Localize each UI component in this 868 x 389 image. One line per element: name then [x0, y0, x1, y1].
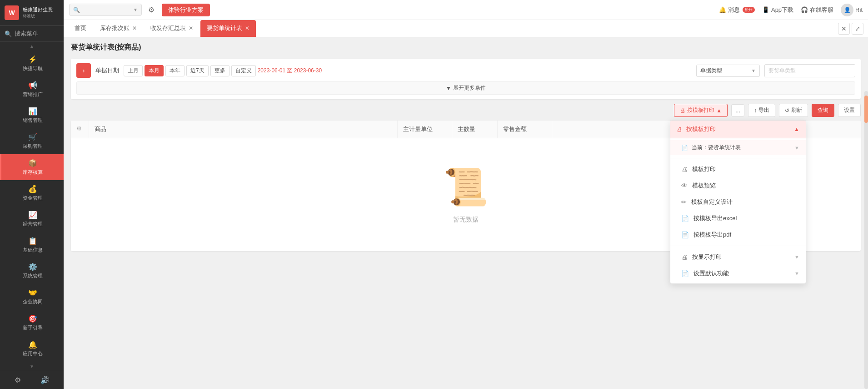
industry-solution-button[interactable]: 体验行业方案: [162, 4, 210, 16]
sidebar-bottom: ⚙ 🔊: [0, 371, 64, 389]
topbar-right: 🔔 消息 99+ 📱 App下载 🎧 在线客服 👤 Rit: [719, 4, 863, 16]
sidebar-item-inventory[interactable]: 📦 库存核算: [0, 154, 64, 180]
date-btn-this-year[interactable]: 本年: [165, 65, 185, 76]
column-settings-icon[interactable]: ⚙: [76, 125, 82, 132]
main-area: 🔍 ▼ ⚙ 体验行业方案 🔔 消息 99+ 📱 App下载 🎧 在线客服 👤: [64, 0, 868, 389]
inventory-icon: 📦: [28, 159, 37, 167]
purchase-icon: 🛒: [28, 133, 37, 141]
tab-batch-inventory-close[interactable]: ✕: [132, 25, 137, 31]
sidebar-scroll-down[interactable]: ▼: [0, 362, 64, 371]
app-logo: W 畅康通好生意 标准版: [0, 0, 64, 26]
sidebar-search[interactable]: 🔍 搜索菜单: [0, 26, 64, 42]
export-button[interactable]: ↑ 导出: [748, 104, 775, 117]
sidebar-item-operations[interactable]: 📈 经营管理: [0, 206, 64, 232]
sidebar-item-purchase[interactable]: 🛒 采购管理: [0, 128, 64, 154]
sidebar-nav: ⚡ 快捷导航 📢 营销推广 📊 销售管理 🛒 采购管理 📦 库存核算 💰 资金管…: [0, 51, 64, 362]
expand-tab-button[interactable]: ⤢: [852, 23, 863, 35]
date-btn-more[interactable]: 更多: [210, 65, 229, 76]
dropdown-item-display-print[interactable]: 🖨 按显示打印 ▼: [670, 249, 806, 265]
dropdown-divider-1: [670, 158, 806, 158]
scroll-up-arrow[interactable]: ▲: [30, 44, 34, 49]
sidebar-item-system[interactable]: ⚙️ 系统管理: [0, 258, 64, 284]
topbar-gear-icon[interactable]: ⚙: [148, 5, 155, 14]
dropdown-item-template-print[interactable]: 🖨 模板打印: [670, 161, 806, 177]
date-buttons: 上月 本月 本年 近7天 更多 自定义 2023-06-01 至 2023-06…: [124, 65, 322, 76]
sidebar-item-guide[interactable]: 🎯 新手引导: [0, 310, 64, 336]
expand-conditions-label: 展开更多条件: [453, 84, 486, 92]
filter-expand-button[interactable]: ›: [76, 63, 91, 78]
display-print-label: 按显示打印: [692, 253, 722, 261]
tabs-right-actions: ✕ ⤢: [838, 20, 863, 37]
speaker-bottom-icon[interactable]: 🔊: [40, 376, 50, 384]
th-unit-label: 主计量单位: [403, 126, 433, 132]
sidebar-item-enterprise[interactable]: 🤝 企业协同: [0, 284, 64, 310]
th-product: 商品: [89, 121, 398, 138]
export-pdf-icon: 📄: [681, 231, 689, 238]
content-area: 要货单统计表(按商品) › 单据日期 上月 本月 本年 近7天 更多 自定义 2…: [64, 37, 868, 389]
tab-collect-summary-close[interactable]: ✕: [189, 25, 193, 31]
expand-conditions-button[interactable]: ▼ 展开更多条件: [76, 81, 855, 95]
headset-icon: 🎧: [801, 6, 808, 13]
nav-label-purchase: 采购管理: [23, 143, 43, 150]
tab-collect-summary[interactable]: 收发存汇总表 ✕: [144, 20, 200, 37]
sidebar-item-basic-info[interactable]: 📋 基础信息: [0, 232, 64, 258]
dropdown-section-items: 🖨 模板打印 👁 模板预览 ✏ 模板自定义设计 📄 按模板导出excel: [670, 159, 806, 245]
tab-batch-inventory[interactable]: 库存批次账 ✕: [94, 20, 143, 37]
sidebar-scroll-up[interactable]: ▲: [0, 42, 64, 51]
dropdown-current-item[interactable]: 📄 当前：要货单统计表 ▼: [670, 140, 806, 155]
dots-icon: ...: [735, 107, 740, 114]
scroll-down-arrow[interactable]: ▼: [30, 364, 34, 369]
customer-service-item[interactable]: 🎧 在线客服: [801, 6, 833, 14]
settings-label: 设置: [844, 106, 855, 114]
tab-home[interactable]: 首页: [68, 20, 93, 37]
date-btn-custom[interactable]: 自定义: [231, 65, 256, 76]
tab-batch-inventory-label: 库存批次账: [100, 24, 130, 32]
th-settings[interactable]: ⚙: [71, 121, 89, 138]
scrollbar-thumb[interactable]: [864, 96, 868, 123]
app-download-item[interactable]: 📱 App下载: [762, 6, 793, 14]
system-icon: ⚙️: [28, 263, 37, 271]
settings-button[interactable]: 设置: [838, 104, 861, 117]
sidebar-item-app-center[interactable]: 🔔 应用中心: [0, 336, 64, 362]
date-btn-7days[interactable]: 近7天: [186, 65, 209, 76]
dropdown-item-template-design[interactable]: ✏ 模板自定义设计: [670, 194, 806, 210]
date-range-text: 2023-06-01 至 2023-06-30: [258, 67, 322, 75]
print-dropdown-header[interactable]: 🖨 按模板打印 ▲: [670, 121, 806, 138]
dropdown-item-template-preview[interactable]: 👁 模板预览: [670, 177, 806, 194]
app-badge: 标准版: [23, 13, 53, 19]
dropdown-item-export-excel[interactable]: 📄 按模板导出excel: [670, 210, 806, 227]
date-btn-this-month[interactable]: 本月: [145, 65, 164, 76]
export-excel-icon: 📄: [681, 215, 689, 222]
nav-label-system: 系统管理: [23, 273, 43, 279]
order-type-input[interactable]: 要货单类型: [764, 64, 855, 77]
refresh-button[interactable]: ↺ 刷新: [779, 104, 808, 117]
sidebar-item-finance[interactable]: 💰 资金管理: [0, 180, 64, 206]
print-template-button[interactable]: 🖨 按模板打印 ▲: [674, 104, 728, 117]
nav-label-quick-nav: 快捷导航: [23, 65, 43, 72]
tab-order-stats[interactable]: 要货单统计表 ✕: [200, 20, 256, 37]
more-options-button[interactable]: ...: [731, 104, 744, 116]
topbar-search-arrow[interactable]: ▼: [133, 7, 138, 12]
set-default-label: 设置默认功能: [693, 269, 729, 278]
nav-label-sales: 销售管理: [23, 117, 43, 124]
user-profile-item[interactable]: 👤 Rit: [841, 4, 863, 16]
close-tab-button[interactable]: ✕: [838, 23, 850, 35]
dropdown-item-set-default[interactable]: 📄 设置默认功能 ▼: [670, 265, 806, 282]
refresh-icon: ↺: [785, 107, 789, 114]
order-type-select[interactable]: 单据类型 ▼: [696, 65, 760, 77]
notifications-item[interactable]: 🔔 消息 99+: [719, 6, 755, 14]
tab-order-stats-close[interactable]: ✕: [245, 25, 249, 31]
right-scrollbar[interactable]: [864, 91, 868, 389]
topbar-search[interactable]: 🔍 ▼: [69, 4, 142, 16]
date-btn-last-month[interactable]: 上月: [124, 65, 143, 76]
sidebar-item-quick-nav[interactable]: ⚡ 快捷导航: [0, 51, 64, 76]
dropdown-item-export-pdf[interactable]: 📄 按模板导出pdf: [670, 227, 806, 243]
print-dropdown-arrow[interactable]: ▲: [716, 107, 722, 114]
settings-bottom-icon[interactable]: ⚙: [15, 376, 21, 384]
sidebar-item-sales[interactable]: 📊 销售管理: [0, 102, 64, 128]
query-button[interactable]: 查询: [812, 104, 834, 117]
nav-label-enterprise: 企业协同: [23, 298, 43, 305]
sidebar-item-marketing[interactable]: 📢 营销推广: [0, 76, 64, 102]
display-print-icon: 🖨: [681, 253, 688, 261]
print-dropdown-collapse-icon[interactable]: ▲: [794, 126, 799, 132]
